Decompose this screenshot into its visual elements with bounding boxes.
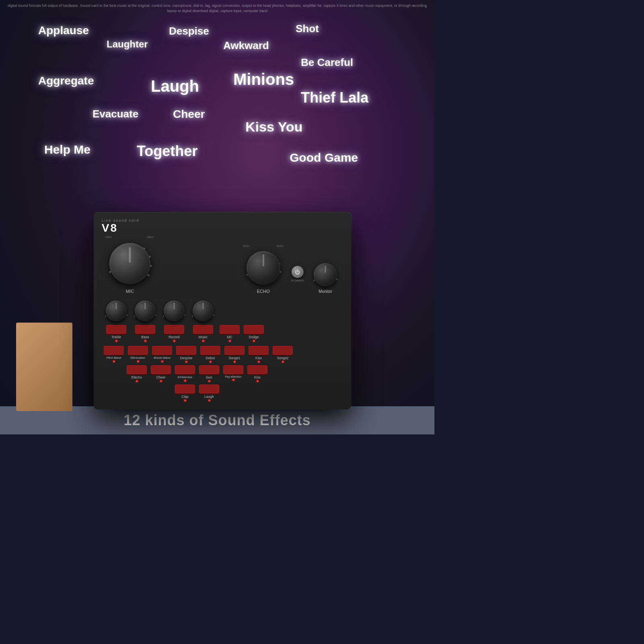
mic-knob[interactable] xyxy=(109,243,150,284)
laugh-label: Laugh xyxy=(204,395,214,399)
bass-knob[interactable] xyxy=(135,300,156,321)
cheer-label: Cheer xyxy=(156,375,165,379)
echo-knob[interactable] xyxy=(247,251,280,285)
treble-label: Treble xyxy=(111,335,121,339)
treble-knob[interactable] xyxy=(106,300,127,321)
bottom-banner-text: 12 kinds of Sound Effects xyxy=(123,412,311,429)
main-scene: digital sound formats full output of har… xyxy=(0,0,434,434)
embarrass-container: Embarrass xyxy=(175,365,195,382)
kiss-btn[interactable] xyxy=(249,346,269,355)
cheer-led xyxy=(160,380,162,382)
fifth-row: Clap Laugh xyxy=(102,385,343,401)
echo-knob-ring xyxy=(244,249,283,287)
monitor-knob[interactable] xyxy=(314,263,337,286)
floating-label-aggregate: Aggregate xyxy=(38,74,94,87)
elimination-btn[interactable] xyxy=(128,346,148,355)
laugh-btn[interactable] xyxy=(199,385,219,393)
music-indicator xyxy=(202,302,204,309)
shockwave-container: Shock-Wave xyxy=(152,346,172,363)
floating-label-be-careful: Be Careful xyxy=(301,56,353,69)
floating-label-kiss-you: Kiss You xyxy=(245,119,302,135)
gun-btn[interactable] xyxy=(199,365,219,374)
electro-btn[interactable] xyxy=(127,365,147,374)
debut-btn[interactable] xyxy=(200,346,220,355)
despise-label: Despise xyxy=(180,356,192,360)
mic-label: MIC xyxy=(126,289,134,294)
floating-label-laugh: Laugh xyxy=(151,77,199,95)
mic-knob-ring xyxy=(106,240,154,287)
device-wrapper: Live sound card V8 MIN MAX xyxy=(94,212,351,409)
bass-led xyxy=(144,340,146,342)
gun-container: Gun xyxy=(199,365,219,382)
clap-led xyxy=(184,399,186,401)
bass-knob-ring xyxy=(133,298,158,323)
svg-point-23 xyxy=(336,278,338,280)
clap-btn[interactable] xyxy=(175,385,195,393)
dodge-container: Dodge xyxy=(244,325,264,342)
svg-point-51 xyxy=(213,314,214,315)
echo-max-label: MAX xyxy=(276,244,283,248)
elimination-label: Elimination xyxy=(130,356,145,360)
pitchbend-btn[interactable] xyxy=(104,346,124,355)
kiss2-container: Kiss xyxy=(247,365,267,382)
bass-btn[interactable] xyxy=(135,325,155,334)
mc-btn[interactable] xyxy=(220,325,240,334)
shockwave-led xyxy=(161,360,163,362)
payattention-led xyxy=(232,379,234,381)
dodge-btn[interactable] xyxy=(244,325,264,334)
songs1-btn[interactable] xyxy=(224,346,245,355)
treble-btn[interactable] xyxy=(106,325,126,334)
floating-label-minions: Minions xyxy=(233,70,294,88)
music-btn[interactable] xyxy=(193,325,213,334)
songs1-label: Songs1 xyxy=(228,356,240,360)
svg-point-24 xyxy=(105,315,106,317)
cheer-btn[interactable] xyxy=(151,365,171,374)
floating-label-together: Together xyxy=(137,143,198,160)
echo-label: ECHO xyxy=(257,289,270,294)
record-knob-ring xyxy=(162,298,187,323)
despise-led xyxy=(185,361,187,363)
record-btn[interactable] xyxy=(164,325,184,334)
elimination-container: Elimination xyxy=(128,346,148,363)
kiss2-btn[interactable] xyxy=(247,365,267,374)
payattention-btn[interactable] xyxy=(223,365,243,374)
power-button[interactable]: ⏻ xyxy=(292,266,304,278)
debut-container: Debut xyxy=(200,346,220,363)
power-area: ⏻ POWER xyxy=(292,266,304,282)
electro-container: Electro xyxy=(127,365,147,382)
songs2-btn[interactable] xyxy=(273,346,293,355)
embarrass-btn[interactable] xyxy=(175,365,195,374)
floating-label-applause: Applause xyxy=(38,24,89,37)
kiss-led xyxy=(257,361,259,363)
svg-point-38 xyxy=(163,315,164,317)
svg-point-31 xyxy=(134,315,135,317)
despise-btn[interactable] xyxy=(176,346,196,355)
echo-minmax: MIN MAX xyxy=(243,244,284,248)
svg-point-8 xyxy=(147,274,149,276)
despise-btn-container: Despise xyxy=(176,346,196,363)
music-knob[interactable] xyxy=(193,300,214,321)
payattention-label: Pay attention xyxy=(225,375,241,378)
record-knob[interactable] xyxy=(164,300,185,321)
bass-indicator xyxy=(144,302,146,309)
device-brand: V8 xyxy=(102,222,140,234)
floating-label-laughter: Laughter xyxy=(107,39,148,50)
mic-max-label: MAX xyxy=(147,235,154,239)
songs1-container: Songs1 xyxy=(224,346,245,363)
payattention-container: Pay attention xyxy=(223,365,243,382)
shockwave-btn[interactable] xyxy=(152,346,172,355)
treble-led xyxy=(115,340,117,342)
mic-knob-container: MIN MAX xyxy=(106,235,154,294)
elimination-led xyxy=(137,360,139,362)
third-row: Pitch Bend Elimination Shock-Wave xyxy=(102,346,343,363)
floating-label-cheer: Cheer xyxy=(173,108,205,121)
kiss2-label: Kiss xyxy=(254,375,261,379)
mic-min-label: MIN xyxy=(106,235,112,239)
mc-label: MC xyxy=(227,335,232,339)
cheer-container: Cheer xyxy=(151,365,171,382)
treble-knob-ring xyxy=(104,298,129,323)
floating-label-shot: Shot xyxy=(296,23,319,35)
floating-label-evacuate: Evacuate xyxy=(93,108,138,120)
embarrass-label: Embarrass xyxy=(178,375,192,379)
clap-label: Clap xyxy=(181,395,188,399)
